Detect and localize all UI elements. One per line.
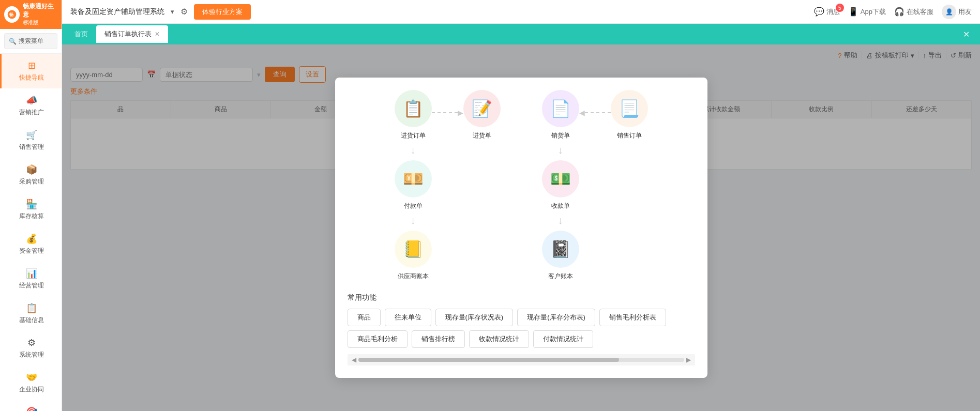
topbar-dropdown-arrow[interactable]: ▾ (171, 8, 174, 16)
left-flow-column: 📋 进货订单 ↓ 💴 付款单 ↓ (395, 90, 432, 281)
online-service-button[interactable]: 🎧 在线客服 (894, 7, 933, 17)
marketing-label: 营销推广 (19, 108, 44, 117)
enterprise-icon: 🤝 (26, 372, 37, 383)
func-button-3[interactable]: 现存量(库存分布表) (517, 309, 595, 326)
flow-item-receipt[interactable]: 💵 收款单 (542, 160, 579, 210)
flow-item-supplier-account[interactable]: 📒 供应商账本 (395, 231, 432, 281)
experience-plan-button[interactable]: 体验行业方案 (194, 4, 251, 20)
scrollbar-track[interactable] (358, 358, 684, 362)
user-button[interactable]: 👤 用友 (942, 5, 972, 19)
sidebar-item-quick-nav[interactable]: ⊞快捷导航 (0, 54, 62, 88)
flow-chart: 📋 进货订单 ↓ 💴 付款单 ↓ (348, 90, 695, 281)
inventory-label: 库存核算 (19, 212, 44, 221)
sidebar-item-enterprise[interactable]: 🤝企业协同 (0, 366, 62, 400)
purchase-order-label: 进货订单 (401, 131, 426, 140)
svg-text:畅: 畅 (9, 12, 13, 17)
page-content: ? 帮助 🖨 按模板打印 ▾ ↑ 导出 (62, 44, 980, 411)
user-name: 用友 (958, 7, 972, 17)
sidebar-item-marketing[interactable]: 📣营销推广 (0, 88, 62, 123)
online-service-icon: 🎧 (894, 7, 904, 17)
sidebar-item-system[interactable]: ⚙系统管理 (0, 331, 62, 366)
sales-invoice-label: 销货单 (551, 131, 570, 140)
purchase-invoice-label: 进货单 (473, 131, 491, 140)
receipt-circle: 💵 (542, 160, 579, 197)
flow-item-payment[interactable]: 💴 付款单 (395, 160, 432, 210)
sidebar: 畅 畅康通好生意 标准版 🔍 搜索菜单 ⊞快捷导航📣营销推广🛒销售管理📦采购管理… (0, 0, 62, 411)
tab-sales-order-execution[interactable]: 销售订单执行表 ✕ (96, 25, 168, 43)
arrow-down-2: ↓ (411, 215, 416, 226)
sidebar-item-purchase[interactable]: 📦采购管理 (0, 158, 62, 192)
flow-item-customer-account[interactable]: 📓 客户账本 (542, 231, 579, 281)
scrollbar-row[interactable]: ◀ ▶ (348, 354, 695, 366)
tab-home[interactable]: 首页 (66, 25, 96, 43)
scroll-right-icon[interactable]: ▶ (686, 356, 691, 363)
supplier-account-label: 供应商账本 (398, 272, 429, 281)
sidebar-item-operation[interactable]: 📊经营管理 (0, 262, 62, 296)
system-label: 系统管理 (19, 351, 44, 359)
purchase-label: 采购管理 (19, 177, 44, 186)
sidebar-search-area: 🔍 搜索菜单 (0, 29, 62, 54)
tab-close-icon[interactable]: ✕ (155, 31, 160, 38)
func-buttons-row1: 商品往来单位现存量(库存状况表)现存量(库存分布表)销售毛利分析表商品毛利分析销… (348, 309, 695, 348)
tab-bar: 首页 销售订单执行表 ✕ ✕ (62, 24, 980, 44)
sidebar-item-beginner[interactable]: 🎯新手引导 (0, 400, 62, 411)
modal-overlay[interactable]: 📋 进货订单 ↓ 💴 付款单 ↓ (62, 44, 980, 411)
func-button-2[interactable]: 现存量(库存状况表) (435, 309, 514, 326)
payment-label: 付款单 (404, 202, 423, 210)
scrollbar-thumb (358, 358, 619, 362)
app-download-button[interactable]: 📱 App下载 (848, 7, 886, 17)
purchase-invoice-column: 📝 进货单 (463, 90, 501, 140)
operation-icon: 📊 (26, 268, 37, 279)
tab-home-label: 首页 (74, 29, 88, 39)
basic-info-label: 基础信息 (19, 316, 44, 325)
sidebar-item-basic-info[interactable]: 📋基础信息 (0, 296, 62, 331)
sales-order-circle: 📃 (611, 90, 648, 127)
func-button-7[interactable]: 收款情况统计 (469, 330, 529, 348)
purchase-icon: 📦 (26, 164, 37, 175)
common-functions-title: 常用功能 (348, 293, 695, 302)
system-icon: ⚙ (27, 337, 36, 348)
func-button-1[interactable]: 往来单位 (385, 309, 431, 326)
marketing-icon: 📣 (26, 95, 37, 106)
sidebar-item-inventory[interactable]: 🏪库存核算 (0, 192, 62, 227)
sidebar-item-finance[interactable]: 💰资金管理 (0, 227, 62, 262)
flow-item-sales-order[interactable]: 📃 销售订单 (611, 90, 648, 140)
func-button-4[interactable]: 销售毛利分析表 (599, 309, 666, 326)
common-functions: 常用功能 商品往来单位现存量(库存状况表)现存量(库存分布表)销售毛利分析表商品… (348, 293, 695, 348)
search-menu-label: 搜索菜单 (19, 37, 43, 45)
tab-sales-order-execution-label: 销售订单执行表 (104, 29, 152, 39)
scroll-left-icon[interactable]: ◀ (352, 356, 356, 363)
sidebar-item-sales[interactable]: 🛒销售管理 (0, 123, 62, 158)
func-button-6[interactable]: 销售排行榜 (412, 330, 465, 348)
app-download-label: App下载 (861, 7, 886, 17)
arrow-down-3: ↓ (558, 144, 563, 156)
finance-icon: 💰 (26, 233, 37, 245)
func-button-5[interactable]: 商品毛利分析 (348, 330, 408, 348)
func-button-0[interactable]: 商品 (348, 309, 381, 326)
flow-item-purchase-invoice[interactable]: 📝 进货单 (463, 90, 501, 140)
receipt-label: 收款单 (551, 202, 570, 210)
customer-account-label: 客户账本 (548, 272, 573, 281)
sales-invoice-circle: 📄 (542, 90, 579, 127)
arrow-down-4: ↓ (558, 215, 563, 226)
search-menu-button[interactable]: 🔍 搜索菜单 (4, 33, 57, 49)
finance-label: 资金管理 (19, 247, 44, 255)
sales-order-column: 📃 销售订单 (611, 90, 648, 140)
beginner-icon: 🎯 (26, 406, 37, 411)
flow-item-purchase-order[interactable]: 📋 进货订单 (395, 90, 432, 140)
tab-bar-close-button[interactable]: ✕ (957, 29, 976, 39)
topbar: 装备及固定资产辅助管理系统 ▾ ⚙ 体验行业方案 💬 5 消息 📱 App下载 … (62, 0, 980, 24)
func-button-8[interactable]: 付款情况统计 (533, 330, 593, 348)
operation-label: 经营管理 (19, 281, 44, 290)
quick-nav-icon: ⊞ (28, 60, 36, 71)
logo-sub: 标准版 (23, 19, 57, 26)
settings-icon[interactable]: ⚙ (180, 7, 188, 17)
logo-text: 畅康通好生意 (23, 3, 57, 19)
system-title: 装备及固定资产辅助管理系统 (70, 7, 164, 17)
message-button[interactable]: 💬 5 消息 (814, 7, 840, 17)
message-badge: 5 (836, 4, 844, 12)
sales-icon: 🛒 (26, 129, 37, 141)
sidebar-logo: 畅 畅康通好生意 标准版 (0, 0, 62, 29)
flow-item-sales-invoice[interactable]: 📄 销货单 (542, 90, 579, 140)
online-service-label: 在线客服 (907, 7, 933, 17)
